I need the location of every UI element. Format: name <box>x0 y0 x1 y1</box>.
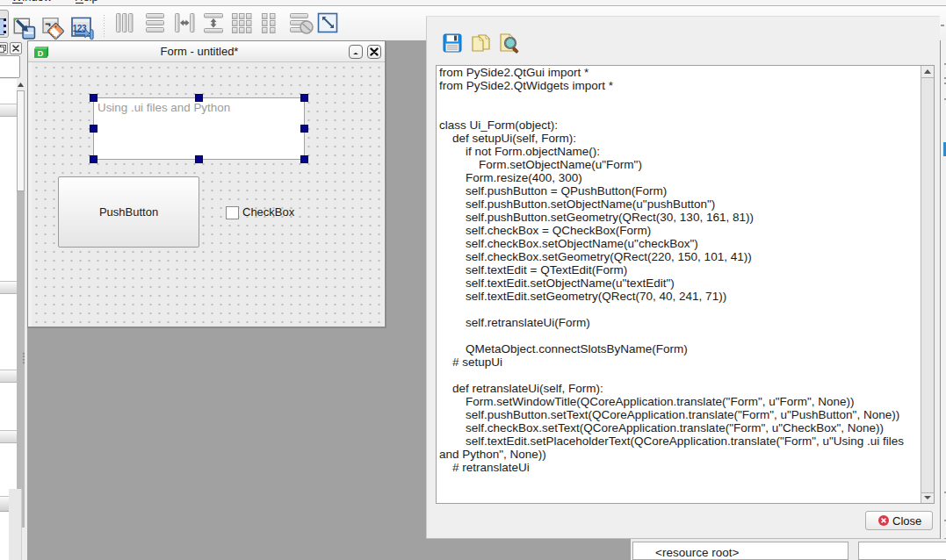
svg-text:D: D <box>38 49 44 58</box>
